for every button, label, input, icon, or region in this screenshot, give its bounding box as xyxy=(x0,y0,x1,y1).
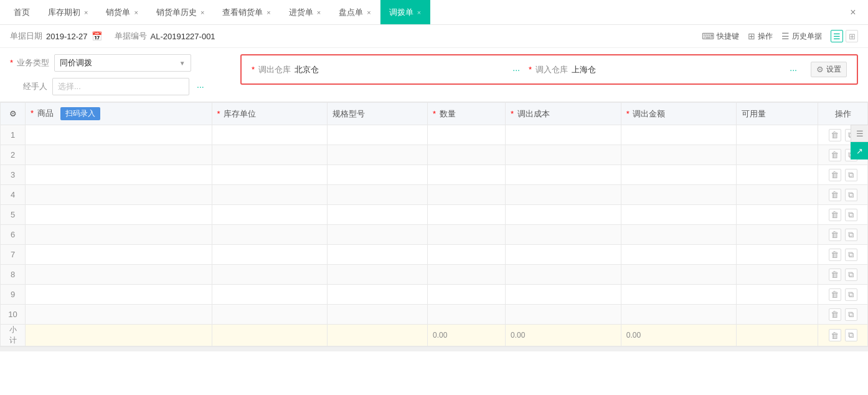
copy-row-btn[interactable]: ⧉ xyxy=(845,308,857,321)
cell-unit[interactable] xyxy=(212,145,328,165)
cell-quantity[interactable] xyxy=(427,165,505,185)
cell-spec[interactable] xyxy=(328,225,428,245)
cell-spec[interactable] xyxy=(328,185,428,205)
copy-row-btn[interactable]: ⧉ xyxy=(845,169,857,181)
cell-cost[interactable] xyxy=(506,185,621,205)
cell-spec[interactable] xyxy=(328,245,428,265)
cell-quantity[interactable] xyxy=(427,305,505,325)
cell-quantity[interactable] xyxy=(427,265,505,285)
list-view-btn[interactable]: ☰ xyxy=(831,30,843,42)
cell-product[interactable] xyxy=(26,265,212,285)
cell-cost[interactable] xyxy=(506,265,621,285)
delete-last-row-btn[interactable]: 🗑 xyxy=(829,329,841,341)
tab-close-inventory-init[interactable]: × xyxy=(84,9,88,16)
tab-close-sales[interactable]: × xyxy=(134,9,138,16)
copy-row-btn[interactable]: ⧉ xyxy=(845,249,857,261)
delete-row-btn[interactable]: 🗑 xyxy=(829,249,841,261)
gear-settings-icon[interactable]: ⚙ xyxy=(9,109,17,118)
cell-unit[interactable] xyxy=(212,165,328,185)
cell-unit[interactable] xyxy=(212,225,328,245)
cell-unit[interactable] xyxy=(212,285,328,305)
copy-row-btn[interactable]: ⧉ xyxy=(845,189,857,201)
cell-product[interactable] xyxy=(26,245,212,265)
cell-product[interactable] xyxy=(26,125,212,145)
cell-amount[interactable] xyxy=(621,165,737,185)
warehouse-out-more-dots[interactable]: ··· xyxy=(510,65,522,75)
cell-unit[interactable] xyxy=(212,205,328,225)
cell-amount[interactable] xyxy=(621,285,737,305)
cell-quantity[interactable] xyxy=(427,225,505,245)
delete-row-btn[interactable]: 🗑 xyxy=(829,288,841,301)
cell-quantity[interactable] xyxy=(427,125,505,145)
cell-spec[interactable] xyxy=(328,145,428,165)
tab-transfer[interactable]: 调拨单 × xyxy=(380,0,430,24)
cell-cost[interactable] xyxy=(506,225,621,245)
delete-row-btn[interactable]: 🗑 xyxy=(829,169,841,181)
copy-last-row-btn[interactable]: ⧉ xyxy=(845,329,857,341)
cell-quantity[interactable] xyxy=(427,205,505,225)
cell-quantity[interactable] xyxy=(427,145,505,165)
copy-row-btn[interactable]: ⧉ xyxy=(845,269,857,281)
cell-spec[interactable] xyxy=(328,285,428,305)
cell-cost[interactable] xyxy=(506,145,621,165)
copy-row-btn[interactable]: ⧉ xyxy=(845,209,857,221)
cell-amount[interactable] xyxy=(621,125,737,145)
tab-inventory-init[interactable]: 库存期初 × xyxy=(39,0,97,24)
cell-quantity[interactable] xyxy=(427,245,505,265)
cell-product[interactable] xyxy=(26,145,212,165)
history-action[interactable]: ☰ 历史单据 xyxy=(781,31,822,42)
cell-spec[interactable] xyxy=(328,165,428,185)
tab-close-stocktake[interactable]: × xyxy=(367,9,370,16)
delete-row-btn[interactable]: 🗑 xyxy=(829,269,841,281)
cell-spec[interactable] xyxy=(328,125,428,145)
cell-product[interactable] xyxy=(26,285,212,305)
settings-button[interactable]: ⚙ 设置 xyxy=(811,62,847,77)
shortcuts-action[interactable]: ⌨ 快捷键 xyxy=(702,31,739,42)
cell-cost[interactable] xyxy=(506,125,621,145)
date-calendar-icon[interactable]: 📅 xyxy=(92,31,102,41)
tab-purchase[interactable]: 进货单 × xyxy=(280,0,330,24)
cell-amount[interactable] xyxy=(621,205,737,225)
cell-unit[interactable] xyxy=(212,265,328,285)
tab-close-sales-history[interactable]: × xyxy=(200,9,204,16)
cell-product[interactable] xyxy=(26,305,212,325)
cell-cost[interactable] xyxy=(506,285,621,305)
cell-cost[interactable] xyxy=(506,305,621,325)
horizontal-scroll-bar[interactable] xyxy=(0,346,868,351)
cell-product[interactable] xyxy=(26,225,212,245)
cell-cost[interactable] xyxy=(506,165,621,185)
cell-unit[interactable] xyxy=(212,125,328,145)
tab-close-purchase[interactable]: × xyxy=(317,9,321,16)
cell-spec[interactable] xyxy=(328,205,428,225)
person-more-dots[interactable]: ··· xyxy=(194,82,207,92)
cell-unit[interactable] xyxy=(212,245,328,265)
cell-unit[interactable] xyxy=(212,305,328,325)
copy-row-btn[interactable]: ⧉ xyxy=(845,229,857,241)
cell-amount[interactable] xyxy=(621,185,737,205)
delete-row-btn[interactable]: 🗑 xyxy=(829,229,841,241)
business-type-dropdown[interactable]: 同价调拨 ▼ xyxy=(54,54,191,72)
tab-close-transfer[interactable]: × xyxy=(417,9,421,16)
delete-row-btn[interactable]: 🗑 xyxy=(829,129,841,141)
copy-row-btn[interactable]: ⧉ xyxy=(845,288,857,301)
cell-cost[interactable] xyxy=(506,245,621,265)
side-export-btn[interactable]: ↗ xyxy=(851,142,868,159)
grid-view-btn[interactable]: ⊞ xyxy=(846,30,858,42)
operations-action[interactable]: ⊞ 操作 xyxy=(748,31,773,42)
warehouse-in-more-dots[interactable]: ··· xyxy=(787,65,800,75)
tab-stocktake[interactable]: 盘点单 × xyxy=(330,0,380,24)
cell-amount[interactable] xyxy=(621,225,737,245)
side-list-btn[interactable]: ☰ xyxy=(851,125,868,142)
delete-row-btn[interactable]: 🗑 xyxy=(829,209,841,221)
cell-spec[interactable] xyxy=(328,305,428,325)
cell-product[interactable] xyxy=(26,205,212,225)
cell-amount[interactable] xyxy=(621,265,737,285)
cell-spec[interactable] xyxy=(328,265,428,285)
cell-quantity[interactable] xyxy=(427,185,505,205)
cell-product[interactable] xyxy=(26,165,212,185)
tab-close-view-sales[interactable]: × xyxy=(267,9,270,16)
cell-product[interactable] xyxy=(26,185,212,205)
window-close-button[interactable]: × xyxy=(843,2,863,22)
cell-cost[interactable] xyxy=(506,205,621,225)
cell-unit[interactable] xyxy=(212,185,328,205)
